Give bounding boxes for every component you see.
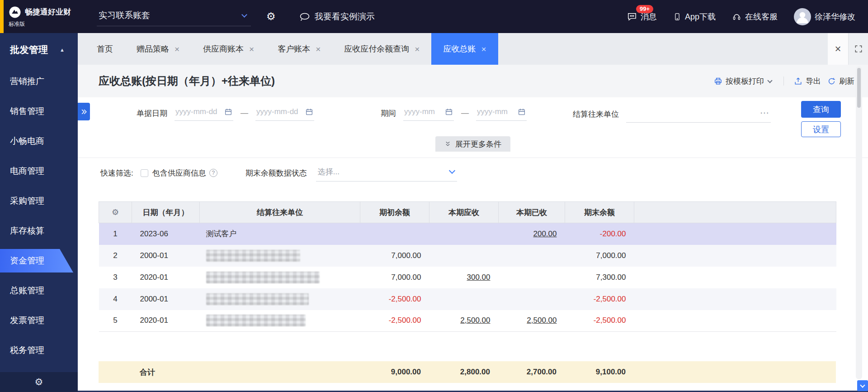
period-from-field	[403, 105, 454, 121]
sidebar-item-xiaochang-ecommerce[interactable]: 小畅电商	[0, 126, 78, 156]
topbar-right: 消息 99+ App下载 在线客服 徐泽华修改	[627, 8, 868, 25]
include-supplier-checkbox[interactable]	[141, 169, 148, 177]
drilldown-link[interactable]: 2,500.00	[527, 316, 557, 325]
scroll-to-bottom-button[interactable]	[857, 380, 868, 391]
refresh-button[interactable]: 刷新	[827, 76, 854, 86]
export-label: 导出	[806, 76, 821, 86]
user-menu[interactable]: 徐泽华修改	[794, 8, 855, 25]
redacted-customer-name	[206, 272, 320, 283]
doc-date-to-input[interactable]	[256, 107, 302, 116]
sidebar-group-wholesale[interactable]: 批发管理 ▲	[0, 33, 78, 67]
online-service-button[interactable]: 在线客服	[732, 11, 778, 22]
chevron-down-icon	[241, 12, 247, 18]
redacted-customer-name	[206, 315, 306, 326]
tab-bar: 首页 赠品策略× 供应商账本× 客户账本× 应收应付余额查询× 应收总账× ×	[78, 33, 868, 65]
chevron-down-icon	[449, 167, 455, 174]
close-icon[interactable]: ×	[415, 45, 420, 53]
export-icon	[794, 77, 802, 86]
query-button[interactable]: 查询	[801, 101, 841, 118]
expand-more-conditions-button[interactable]: 展开更多条件	[435, 136, 510, 152]
message-bubble-icon	[627, 12, 637, 21]
phone-icon	[673, 12, 681, 22]
close-icon[interactable]: ×	[175, 45, 179, 53]
date-range-dash: —	[241, 109, 248, 118]
settlement-unit-field[interactable]: ⋯	[626, 105, 771, 123]
chevron-down-icon[interactable]	[767, 78, 772, 83]
total-closing: 9,100.00	[565, 368, 634, 377]
unit-picker-ellipsis-icon[interactable]: ⋯	[760, 107, 770, 118]
close-icon[interactable]: ×	[316, 45, 321, 53]
settlement-unit-input[interactable]	[634, 108, 756, 117]
calendar-icon[interactable]	[305, 108, 313, 116]
col-header-unit: 结算往来单位	[200, 202, 360, 223]
refresh-icon	[827, 77, 836, 86]
drilldown-link[interactable]: 2,500.00	[460, 316, 490, 325]
demo-icon	[299, 13, 310, 21]
tab-ar-ap-balance[interactable]: 应收应付余额查询×	[332, 33, 431, 65]
balance-status-select[interactable]: 选择...	[316, 165, 457, 182]
tab-home[interactable]: 首页	[85, 33, 125, 65]
sidebar-item-inventory[interactable]: 库存核算	[0, 216, 78, 246]
period-to-field	[476, 105, 527, 121]
help-icon[interactable]: ?	[209, 169, 217, 177]
period-from-input[interactable]	[404, 107, 441, 116]
collapse-filter-button[interactable]	[78, 103, 90, 120]
tab-supplier-ledger[interactable]: 供应商账本×	[191, 33, 266, 65]
calendar-icon[interactable]	[445, 108, 453, 116]
redacted-customer-name	[206, 293, 309, 305]
sidebar-settings-gear-icon[interactable]: ⚙	[0, 372, 78, 392]
table-row[interactable]: 2 2000-01 7,000.00 7,000.00	[99, 245, 836, 267]
close-icon[interactable]: ×	[481, 45, 486, 53]
avatar	[794, 8, 811, 25]
doc-date-label: 单据日期	[137, 108, 167, 119]
drilldown-link[interactable]: 300.00	[467, 273, 491, 282]
app-download-button[interactable]: App下载	[673, 11, 716, 22]
print-label: 按模板打印	[726, 76, 764, 86]
settings-button[interactable]: 设置	[801, 121, 841, 137]
calendar-icon[interactable]	[224, 108, 232, 116]
close-tab-button[interactable]: ×	[828, 33, 848, 65]
account-selector-value: 实习联系账套	[99, 10, 150, 21]
page-title: 应收总账(按日期（年月）+往来单位)	[99, 74, 275, 88]
quick-filter-label: 快速筛选:	[100, 168, 133, 178]
messages-button[interactable]: 消息 99+	[627, 11, 657, 22]
col-header-received: 本期已收	[499, 202, 565, 223]
scrollbar-thumb[interactable]	[857, 68, 861, 108]
account-settings-gear-icon[interactable]: ⚙	[266, 11, 276, 22]
sidebar-item-tax[interactable]: 税务管理	[0, 335, 78, 365]
print-by-template-button[interactable]: 按模板打印	[714, 76, 774, 86]
period-label: 期间	[381, 108, 396, 119]
table-row[interactable]: 3 2020-01 7,000.00 300.00 7,300.00	[99, 267, 836, 288]
sidebar-item-purchasing[interactable]: 采购管理	[0, 186, 78, 216]
settlement-unit-label: 结算往来单位	[573, 109, 619, 120]
vertical-scrollbar[interactable]	[856, 66, 862, 379]
total-receivable: 2,800.00	[429, 368, 498, 377]
column-settings-gear-icon[interactable]: ⚙	[112, 208, 119, 217]
sidebar-item-marketing[interactable]: 营销推广	[0, 67, 78, 96]
period-to-input[interactable]	[477, 107, 514, 116]
headset-icon	[732, 12, 741, 21]
export-button[interactable]: 导出	[794, 76, 821, 86]
calendar-icon[interactable]	[518, 108, 526, 116]
sidebar-item-general-ledger[interactable]: 总账管理	[0, 276, 78, 306]
account-selector[interactable]: 实习联系账套	[97, 7, 251, 26]
col-header-blank	[634, 202, 836, 223]
tab-ar-general-ledger[interactable]: 应收总账×	[431, 33, 498, 65]
table-row[interactable]: 5 2020-01 -2,500.00 2,500.00 2,500.00 -2…	[99, 310, 836, 332]
sidebar-item-funds[interactable]: 资金管理	[0, 246, 78, 276]
demo-link[interactable]: 我要看实例演示	[299, 11, 375, 23]
sidebar-item-invoice[interactable]: 发票管理	[0, 306, 78, 335]
total-row: 合计 9,000.00 2,800.00 2,700.00 9,100.00	[99, 361, 836, 383]
sidebar-item-sales[interactable]: 销售管理	[0, 96, 78, 126]
demo-label: 我要看实例演示	[315, 11, 375, 23]
table-row[interactable]: 4 2000-01 -2,500.00 -2,500.00	[99, 288, 836, 310]
main-area: 首页 赠品策略× 供应商账本× 客户账本× 应收应付余额查询× 应收总账× ×	[78, 33, 868, 392]
tab-gift-policy[interactable]: 赠品策略×	[125, 33, 191, 65]
doc-date-from-input[interactable]	[175, 107, 221, 116]
close-icon[interactable]: ×	[249, 45, 254, 53]
maximize-icon[interactable]	[848, 33, 868, 65]
sidebar-item-ecommerce[interactable]: 电商管理	[0, 156, 78, 186]
table-row[interactable]: 1 2023-06 测试客户 200.00 -200.00	[99, 223, 836, 245]
drilldown-link[interactable]: 200.00	[533, 229, 557, 238]
tab-customer-ledger[interactable]: 客户账本×	[266, 33, 332, 65]
